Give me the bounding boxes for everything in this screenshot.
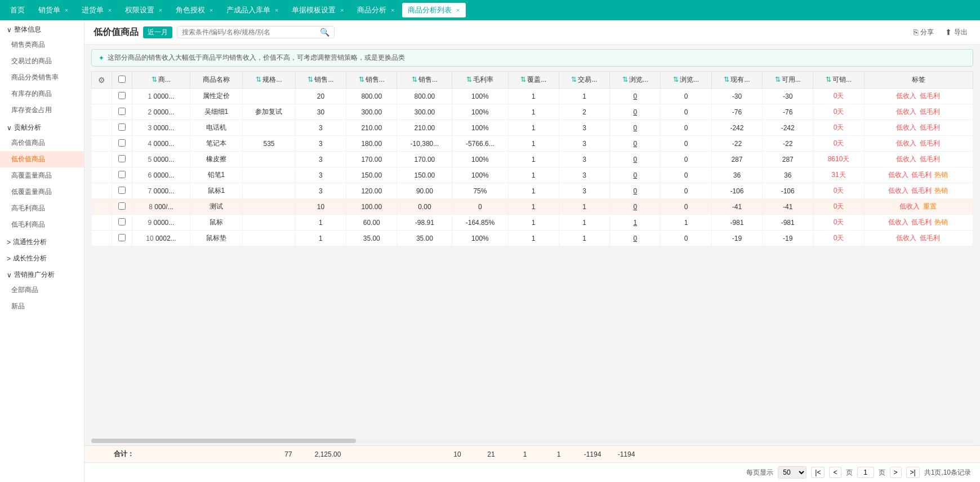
next-page-button[interactable]: >: [890, 467, 902, 478]
col-current-stock-header[interactable]: ⇅现有...: [711, 72, 762, 89]
col-margin-header[interactable]: ⇅毛利率: [452, 72, 508, 89]
row-checkbox[interactable]: [118, 187, 126, 194]
nav-purchase-order[interactable]: 进货单 ×: [76, 3, 117, 17]
close-analysis-list-icon[interactable]: ×: [456, 7, 460, 14]
cell-col7[interactable]: 0: [610, 183, 661, 199]
page-number-input[interactable]: [857, 467, 874, 478]
sidebar-item-high-margin[interactable]: 高毛利商品: [0, 200, 84, 216]
cell-check[interactable]: [112, 215, 132, 231]
col-browse2-header[interactable]: ⇅浏览...: [661, 72, 711, 89]
sidebar-item-category-rate[interactable]: 商品分类销售率: [0, 69, 84, 86]
row-checkbox[interactable]: [118, 202, 126, 210]
cell-col7[interactable]: 0: [610, 136, 661, 152]
sidebar-item-sales-goods[interactable]: 销售类商品: [0, 37, 84, 53]
search-icon[interactable]: 🔍: [320, 28, 329, 37]
browse-link[interactable]: 1: [633, 219, 637, 227]
cell-check[interactable]: [112, 152, 132, 167]
cell-check[interactable]: [112, 183, 132, 199]
check-all-checkbox[interactable]: [118, 76, 126, 83]
close-role-icon[interactable]: ×: [210, 7, 213, 14]
row-checkbox[interactable]: [118, 234, 126, 241]
sidebar-section-growth[interactable]: > 成长性分析: [0, 249, 84, 266]
scroll-thumb[interactable]: [91, 439, 356, 443]
browse-link[interactable]: 0: [633, 108, 637, 116]
sidebar-section-contribution[interactable]: ∨ 贡献分析: [0, 118, 84, 135]
scroll-track[interactable]: [91, 439, 973, 443]
nav-role-auth[interactable]: 角色授权 ×: [170, 3, 219, 17]
col-coverage-header[interactable]: ⇅覆盖...: [508, 72, 559, 89]
row-checkbox[interactable]: [118, 218, 126, 225]
close-analysis-icon[interactable]: ×: [391, 7, 394, 14]
sidebar-item-high-coverage[interactable]: 高覆盖量商品: [0, 167, 84, 184]
cell-col7[interactable]: 0: [610, 199, 661, 215]
close-permission-icon[interactable]: ×: [159, 7, 162, 14]
col-spec-header[interactable]: ⇅规格...: [243, 72, 296, 89]
sidebar-section-liquidity[interactable]: > 流通性分析: [0, 233, 84, 249]
share-button[interactable]: ⎘ 分享: [910, 26, 937, 38]
filter-tag-recent-month[interactable]: 近一月: [143, 26, 172, 38]
browse-link[interactable]: 0: [633, 140, 637, 148]
cell-check[interactable]: [112, 167, 132, 183]
cell-col7[interactable]: 0: [610, 104, 661, 120]
cell-col7[interactable]: 0: [610, 167, 661, 183]
nav-permission[interactable]: 权限设置 ×: [119, 3, 168, 17]
col-trade-header[interactable]: ⇅交易...: [559, 72, 609, 89]
browse-link[interactable]: 0: [633, 124, 637, 132]
sidebar-item-all-goods[interactable]: 全部商品: [0, 282, 84, 298]
cell-check[interactable]: [112, 104, 132, 120]
browse-link[interactable]: 0: [633, 235, 637, 242]
col-available-header[interactable]: ⇅可用...: [763, 72, 813, 89]
browse-link[interactable]: 0: [633, 156, 637, 163]
col-sellable-header[interactable]: ⇅可销...: [813, 72, 864, 89]
sidebar-item-low-value[interactable]: 低价值商品: [0, 151, 84, 167]
cell-col7[interactable]: 0: [610, 231, 661, 246]
nav-product-analysis-list[interactable]: 商品分析列表 ×: [402, 3, 465, 17]
cell-check[interactable]: [112, 136, 132, 152]
last-page-button[interactable]: >|: [906, 467, 920, 478]
cell-check[interactable]: [112, 231, 132, 246]
row-checkbox[interactable]: [118, 139, 126, 147]
col-sales2-header[interactable]: ⇅销售...: [346, 72, 397, 89]
row-checkbox[interactable]: [118, 155, 126, 162]
cell-col7[interactable]: 0: [610, 89, 661, 104]
browse-link[interactable]: 0: [633, 171, 637, 179]
close-template-icon[interactable]: ×: [340, 7, 344, 14]
nav-stock-in[interactable]: 产成品入库单 ×: [221, 3, 284, 17]
cell-check[interactable]: [112, 120, 132, 136]
col-check-all[interactable]: [112, 72, 132, 89]
sidebar-section-marketing[interactable]: ∨ 营销推广分析: [0, 266, 84, 282]
prev-page-button[interactable]: <: [829, 467, 841, 478]
sidebar-item-low-coverage[interactable]: 低覆盖量商品: [0, 184, 84, 200]
nav-sales-order[interactable]: 销货单 ×: [33, 3, 74, 17]
col-gear[interactable]: ⚙: [92, 72, 112, 89]
per-page-select[interactable]: 50 100 200: [778, 466, 807, 479]
close-purchase-icon[interactable]: ×: [108, 7, 112, 14]
search-box[interactable]: 🔍: [177, 26, 335, 38]
cell-col7[interactable]: 0: [610, 152, 661, 167]
sidebar-item-high-value[interactable]: 高价值商品: [0, 135, 84, 151]
col-name-header[interactable]: 商品名称: [190, 72, 243, 89]
sidebar-item-new-goods[interactable]: 新品: [0, 298, 84, 315]
browse-link[interactable]: 0: [633, 203, 637, 211]
sidebar-item-low-margin[interactable]: 低毛利商品: [0, 216, 84, 233]
close-stock-icon[interactable]: ×: [275, 7, 278, 14]
row-checkbox[interactable]: [118, 123, 126, 131]
sidebar-section-overall[interactable]: ∨ 整体信息: [0, 20, 84, 37]
cell-check[interactable]: [112, 199, 132, 215]
sidebar-item-traded-goods[interactable]: 交易过的商品: [0, 53, 84, 69]
col-sales1-header[interactable]: ⇅销售...: [295, 72, 346, 89]
col-browse1-header[interactable]: ⇅浏览...: [610, 72, 661, 89]
export-button[interactable]: ⬆ 导出: [942, 26, 971, 38]
nav-product-analysis[interactable]: 商品分析 ×: [351, 3, 400, 17]
sidebar-item-stock-goods[interactable]: 有库存的商品: [0, 86, 84, 102]
nav-template[interactable]: 单据模板设置 ×: [286, 3, 349, 17]
col-code-header[interactable]: ⇅商...: [132, 72, 190, 89]
search-input[interactable]: [182, 28, 318, 36]
cell-col7[interactable]: 1: [610, 215, 661, 231]
row-checkbox[interactable]: [118, 92, 126, 99]
browse-link[interactable]: 0: [633, 187, 637, 195]
cell-col7[interactable]: 0: [610, 120, 661, 136]
browse-link[interactable]: 0: [633, 92, 637, 100]
col-sales3-header[interactable]: ⇅销售...: [397, 72, 452, 89]
sidebar-item-stock-fund[interactable]: 库存资金占用: [0, 102, 84, 118]
